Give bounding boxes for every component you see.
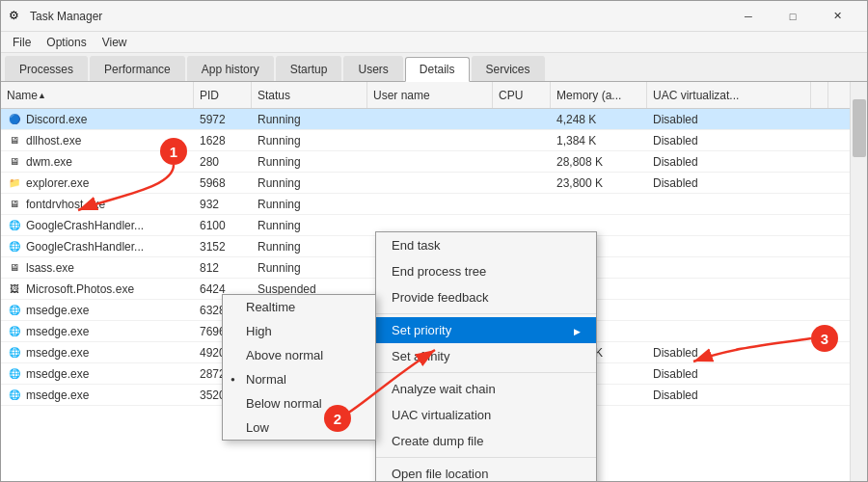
context-menu: End task End process tree Provide feedba… — [375, 231, 597, 481]
table-row[interactable]: 🖥 dllhost.exe 1628 Running 1,384 K Disab… — [1, 130, 867, 151]
ctx-separator-2 — [376, 372, 596, 373]
process-name: msedge.exe — [26, 367, 89, 381]
cell-memory: 1,384 K — [551, 134, 647, 147]
col-status[interactable]: Status — [252, 82, 367, 108]
tab-startup[interactable]: Startup — [276, 56, 342, 81]
cell-uac: Disabled — [647, 113, 811, 126]
cell-pid: 6100 — [194, 219, 252, 232]
col-memory[interactable]: Memory (a... — [551, 82, 647, 108]
ctx-set-priority-label: Set priority — [392, 323, 451, 337]
process-name: lsass.exe — [26, 261, 74, 275]
menu-options[interactable]: Options — [39, 34, 94, 51]
process-name: msedge.exe — [26, 304, 89, 317]
table-row[interactable]: 🔵 Discord.exe 5972 Running 4,248 K Disab… — [1, 109, 867, 130]
cell-name: 🌐 msedge.exe — [1, 366, 194, 382]
process-name: Microsoft.Photos.exe — [26, 282, 134, 296]
tab-performance[interactable]: Performance — [90, 56, 185, 81]
col-cpu[interactable]: CPU — [493, 82, 551, 108]
col-username[interactable]: User name — [367, 82, 493, 108]
tab-app-history[interactable]: App history — [187, 56, 274, 81]
submenu-above-normal[interactable]: Above normal — [223, 343, 375, 367]
tab-services[interactable]: Services — [472, 56, 545, 81]
process-name: dwm.exe — [26, 155, 72, 169]
col-extra — [811, 82, 828, 108]
ctx-dump[interactable]: Create dump file — [376, 428, 596, 454]
close-button[interactable]: ✕ — [815, 1, 859, 32]
submenu-high[interactable]: High — [223, 319, 375, 343]
app-icon: 🌐 — [7, 239, 22, 254]
cell-uac: Disabled — [647, 155, 811, 169]
cell-status: Running — [252, 134, 367, 147]
table-row[interactable]: 🖥 fontdrvhost.exe 932 Running — [1, 194, 867, 215]
task-manager-window: ⚙ Task Manager ─ □ ✕ File Options View P… — [0, 0, 868, 482]
ctx-analyze[interactable]: Analyze wait chain — [376, 376, 596, 402]
app-icon: 🌐 — [7, 324, 22, 339]
app-icon: 📁 — [7, 175, 22, 191]
minimize-button[interactable]: ─ — [726, 1, 771, 32]
ctx-end-process-tree[interactable]: End process tree — [376, 258, 596, 284]
ctx-set-affinity[interactable]: Set affinity — [376, 343, 596, 369]
col-name[interactable]: Name — [1, 82, 194, 108]
table-row[interactable]: 📁 explorer.exe 5968 Running 23,800 K Dis… — [1, 173, 867, 194]
process-name: GoogleCrashHandler... — [26, 240, 144, 254]
cell-status: Running — [252, 219, 367, 232]
app-icon: 🌐 — [7, 303, 22, 318]
cell-name: 🖥 dwm.exe — [1, 154, 194, 170]
app-icon: 🌐 — [7, 366, 22, 382]
col-uac[interactable]: UAC virtualizat... — [647, 82, 811, 108]
submenu-normal[interactable]: Normal — [223, 367, 375, 391]
cell-pid: 5968 — [194, 176, 252, 190]
cell-pid: 280 — [194, 155, 252, 169]
col-pid[interactable]: PID — [194, 82, 252, 108]
app-icon: 🖥 — [7, 133, 22, 148]
submenu-realtime[interactable]: Realtime — [223, 295, 375, 319]
tab-users[interactable]: Users — [343, 56, 402, 81]
app-icon: 🔵 — [7, 112, 22, 127]
cell-uac: Disabled — [647, 346, 811, 360]
window-controls: ─ □ ✕ — [726, 1, 859, 32]
scrollbar-thumb[interactable] — [853, 99, 866, 157]
cell-name: 🌐 msedge.exe — [1, 345, 194, 361]
submenu-below-normal[interactable]: Below normal — [223, 391, 375, 415]
cell-name: 🖥 fontdrvhost.exe — [1, 197, 194, 212]
ctx-provide-feedback[interactable]: Provide feedback — [376, 284, 596, 310]
ctx-separator-3 — [376, 457, 596, 458]
process-name: fontdrvhost.exe — [26, 198, 105, 211]
submenu-priority: Realtime High Above normal Normal Below … — [222, 294, 376, 441]
tab-processes[interactable]: Processes — [5, 56, 88, 81]
ctx-open-file[interactable]: Open file location — [376, 461, 596, 481]
cell-name: 🌐 msedge.exe — [1, 324, 194, 339]
cell-name: 🌐 msedge.exe — [1, 303, 194, 318]
cell-name: 🔵 Discord.exe — [1, 112, 194, 127]
app-icon: 🌐 — [7, 388, 22, 403]
menu-file[interactable]: File — [5, 34, 39, 51]
process-name: Discord.exe — [26, 113, 87, 126]
tab-bar: Processes Performance App history Startu… — [1, 53, 867, 82]
app-icon: 🖥 — [7, 154, 22, 170]
ctx-separator-1 — [376, 313, 596, 314]
cell-uac: Disabled — [647, 367, 811, 381]
cell-uac: Disabled — [647, 134, 811, 147]
cell-pid: 3152 — [194, 240, 252, 254]
menu-view[interactable]: View — [95, 34, 135, 51]
ctx-end-task[interactable]: End task — [376, 232, 596, 258]
scrollbar[interactable] — [850, 82, 867, 481]
ctx-uac[interactable]: UAC virtualization — [376, 402, 596, 428]
ctx-arrow-icon — [574, 323, 581, 337]
process-name: msedge.exe — [26, 388, 89, 402]
process-name: msedge.exe — [26, 325, 89, 338]
cell-uac: Disabled — [647, 176, 811, 190]
tab-details[interactable]: Details — [405, 57, 470, 82]
table-row[interactable]: 🖥 dwm.exe 280 Running 28,808 K Disabled — [1, 151, 867, 173]
maximize-button[interactable]: □ — [771, 1, 815, 32]
cell-name: 🖼 Microsoft.Photos.exe — [1, 281, 194, 297]
cell-pid: 5972 — [194, 113, 252, 126]
submenu-low[interactable]: Low — [223, 415, 375, 440]
ctx-set-priority[interactable]: Set priority — [376, 317, 596, 343]
window-title: Task Manager — [30, 10, 726, 23]
cell-pid: 1628 — [194, 134, 252, 147]
cell-name: 🌐 GoogleCrashHandler... — [1, 218, 194, 233]
cell-status: Running — [252, 155, 367, 169]
cell-pid: 812 — [194, 261, 252, 275]
cell-name: 📁 explorer.exe — [1, 175, 194, 191]
